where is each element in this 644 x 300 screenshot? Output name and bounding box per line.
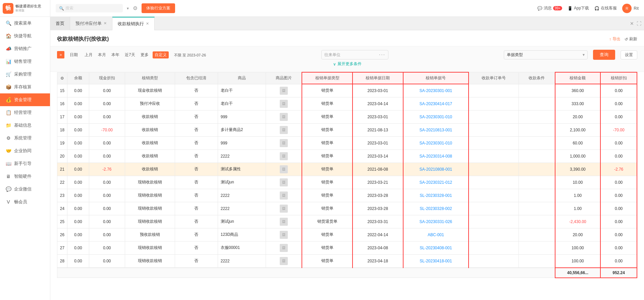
expand-more-button[interactable]: ∨ 展开更多条件	[333, 61, 362, 67]
td-voucher-no[interactable]: SA-20230414-017	[403, 97, 469, 110]
voucher-no-link[interactable]: SA-20210808-001	[420, 167, 452, 172]
voucher-no-link[interactable]: SL-20230408-001	[420, 246, 452, 250]
settings-gear-icon[interactable]: ⚙	[133, 5, 138, 11]
tab-expand-icon[interactable]: ⛶	[637, 21, 641, 26]
date-btn-this-month[interactable]: 本月	[97, 51, 107, 58]
filter-row: » 日期 上月 本月 本年 近7天 更多 自定义 不限 至 2023-07-26…	[57, 50, 637, 60]
search-placeholder: 搜索	[65, 5, 73, 11]
dropdown-icon[interactable]: ▾	[127, 6, 129, 11]
tab-home[interactable]: 首页	[50, 17, 70, 30]
sidebar-item-sales[interactable]: 📊 销售管理	[0, 55, 50, 68]
sidebar-item-hardware[interactable]: 🖥 智能硬件	[0, 170, 50, 183]
tab-close-all-icon[interactable]: ✕	[630, 21, 634, 26]
voucher-no-link[interactable]: SA-20230414-017	[420, 101, 452, 106]
message-icon: 💬	[537, 6, 542, 11]
settings-button[interactable]: 设置	[621, 50, 637, 59]
sidebar-item-guide[interactable]: 📖 新手引导	[0, 157, 50, 170]
sidebar-item-search[interactable]: 🔍 搜索菜单	[0, 17, 50, 30]
td-include-settled: 否	[175, 84, 218, 97]
td-voucher-no[interactable]: SA-20230331-026	[403, 215, 469, 228]
td-voucher-no[interactable]: SA-20230301-001	[403, 84, 469, 97]
unit-filter-input[interactable]: 往来单位 ···	[321, 50, 388, 59]
sidebar-item-label: 资金管理	[14, 97, 32, 103]
td-receipt-condition	[519, 176, 555, 189]
td-voucher-no[interactable]: SL-20230408-001	[403, 241, 469, 254]
td-receipt-condition	[519, 215, 555, 228]
sidebar-item-member[interactable]: V 畅会员	[0, 196, 50, 208]
industry-solution-button[interactable]: 体验行业方案	[142, 3, 175, 13]
refresh-button[interactable]: ↺ 刷新	[625, 36, 637, 42]
product-image-thumb: 🖼	[280, 205, 288, 213]
basic-icon: 📁	[5, 122, 11, 128]
voucher-no-link[interactable]: SA-20230301-001	[420, 88, 452, 93]
th-icon[interactable]: ⚙	[57, 72, 67, 84]
td-voucher-no[interactable]: SA-20210808-001	[403, 163, 469, 176]
td-voucher-no[interactable]: SA-20230301-010	[403, 136, 469, 149]
query-button[interactable]: 查询	[593, 50, 615, 60]
voucher-no-link[interactable]: SL-20230328-002	[420, 206, 452, 211]
logo-icon: 畅	[3, 3, 13, 14]
sidebar-item-quick-nav[interactable]: 🏠 快捷导航	[0, 30, 50, 42]
td-include-settled: 否	[175, 228, 218, 241]
td-voucher-no[interactable]: SL-20230328-001	[403, 189, 469, 202]
export-button[interactable]: ↑ 导出	[609, 36, 621, 42]
td-voucher-no[interactable]: ABC-001	[403, 228, 469, 241]
td-voucher-date: 2023-03-01	[353, 84, 403, 97]
td-include-settled: 否	[175, 97, 218, 110]
date-btn-last-month[interactable]: 上月	[83, 51, 94, 58]
message-area[interactable]: 💬 消息 99+	[537, 5, 562, 11]
voucher-no-link[interactable]: SA-20230301-010	[420, 115, 452, 119]
app-download-area[interactable]: 📱 App下载	[568, 5, 589, 11]
sidebar-item-wechat[interactable]: 💬 企业微信	[0, 183, 50, 196]
sidebar-item-marketing[interactable]: 📣 营销推广	[0, 42, 50, 55]
expand-more-row: ∨ 展开更多条件	[57, 60, 637, 68]
tab-prepay-close[interactable]: ✕	[104, 21, 107, 26]
sidebar-item-finance[interactable]: 💰 资金管理	[0, 93, 50, 106]
sidebar-item-system[interactable]: ⚙ 系统管理	[0, 132, 50, 144]
td-voucher-no[interactable]: SA-20230314-008	[403, 149, 469, 163]
filter-expand-button[interactable]: »	[57, 51, 64, 58]
voucher-no-link[interactable]: SA-20230321-012	[420, 180, 452, 185]
sidebar-item-enterprise[interactable]: 🤝 企业协同	[0, 144, 50, 157]
td-writeoff-type: 收款核销	[125, 149, 175, 163]
topbar-search[interactable]: 🔍 搜索	[56, 4, 123, 12]
sidebar-item-label: 畅会员	[14, 199, 27, 205]
footer-writeoff-discount: 952.24	[600, 268, 637, 278]
td-id: 21	[57, 163, 67, 176]
sidebar-item-inventory[interactable]: 📦 库存核算	[0, 81, 50, 93]
type-filter-select[interactable]: 单据类型 ▾	[504, 50, 588, 59]
td-voucher-date: 2023-03-14	[353, 149, 403, 163]
table-row: 26 0.00 0.00 预收款核销 否 123D商品 🖼 销货单 2022-0…	[57, 228, 637, 241]
td-writeoff-discount: 0.00	[600, 241, 637, 254]
td-voucher-no[interactable]: SA-20230321-012	[403, 176, 469, 189]
td-receipt-condition	[519, 254, 555, 268]
message-label: 消息	[544, 5, 552, 11]
td-voucher-no[interactable]: SA-20230301-010	[403, 110, 469, 123]
td-product-image: 🖼	[266, 97, 302, 110]
td-voucher-no[interactable]: SA-20210813-001	[403, 123, 469, 136]
td-writeoff-type: 收款核销	[125, 163, 175, 176]
sidebar-item-basic[interactable]: 📁 基础信息	[0, 119, 50, 132]
sidebar-item-purchase[interactable]: 🛒 采购管理	[0, 68, 50, 81]
tab-receivable-close[interactable]: ✕	[146, 22, 149, 26]
sidebar-item-operation[interactable]: 📋 经营管理	[0, 106, 50, 119]
td-voucher-no[interactable]: SL-20230418-001	[403, 254, 469, 268]
td-voucher-no[interactable]: SL-20230328-002	[403, 202, 469, 215]
voucher-no-link[interactable]: SL-20230418-001	[420, 259, 452, 263]
user-area[interactable]: R Rit	[622, 4, 639, 13]
td-writeoff-amount: 20.00	[555, 228, 601, 241]
date-btn-custom[interactable]: 自定义	[153, 51, 169, 58]
voucher-no-link[interactable]: SA-20230314-008	[420, 154, 452, 159]
voucher-no-link[interactable]: SA-20210813-001	[420, 128, 452, 132]
online-service-area[interactable]: 🎧 在线客服	[594, 5, 617, 11]
tab-receivable[interactable]: 收款核销执行 ✕	[112, 17, 155, 30]
voucher-no-link[interactable]: SA-20230301-010	[420, 141, 452, 145]
date-btn-this-year[interactable]: 本年	[110, 51, 121, 58]
date-btn-more[interactable]: 更多	[139, 51, 150, 58]
date-btn-7days[interactable]: 近7天	[123, 51, 137, 58]
th-voucher-date: 核销单据日期	[353, 72, 403, 84]
voucher-no-link[interactable]: SA-20230331-026	[420, 219, 452, 224]
voucher-no-link[interactable]: ABC-001	[428, 232, 444, 237]
tab-prepay[interactable]: 预付冲应付单 ✕	[70, 17, 112, 30]
voucher-no-link[interactable]: SL-20230328-001	[420, 193, 452, 198]
